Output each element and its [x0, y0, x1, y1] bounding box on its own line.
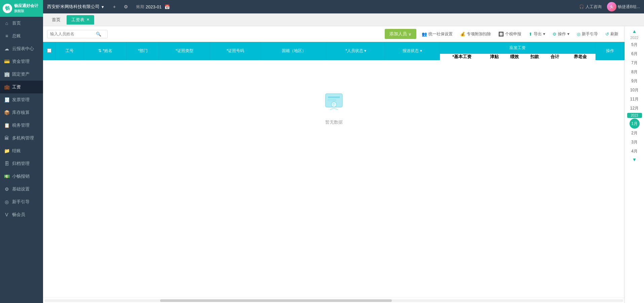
- sidebar-item-settings[interactable]: ⚙ 基础设置: [0, 183, 43, 196]
- sidebar-item-vip[interactable]: V 畅会员: [0, 208, 43, 221]
- refresh-button[interactable]: ↺ 刷新: [603, 30, 620, 38]
- company-name: 西安虾米网络科技有限公司: [47, 4, 100, 10]
- month-5[interactable]: 5月: [625, 40, 644, 49]
- prev-year-label: 2022: [630, 35, 638, 40]
- support-button[interactable]: 🎧 人工咨询: [579, 4, 602, 10]
- operations-button[interactable]: ⚙ 操作 ▾: [551, 30, 571, 38]
- month-1-active[interactable]: 1月: [630, 119, 640, 129]
- support-label: 人工咨询: [585, 4, 602, 10]
- scroll-bar[interactable]: [43, 298, 624, 303]
- special-deduction-button[interactable]: 💰 专项附加扣除: [458, 30, 493, 38]
- period-label: 账期: [136, 4, 144, 10]
- search-icon: 🔍: [96, 32, 101, 37]
- search-input[interactable]: [50, 32, 94, 36]
- th-total: 合计: [545, 54, 565, 60]
- app-edition: 旗舰版: [14, 9, 38, 13]
- sidebar-item-label: 云报表中心: [12, 46, 34, 52]
- month-7[interactable]: 7月: [625, 58, 644, 68]
- operations-icon: ⚙: [553, 32, 557, 37]
- sidebar-item-label: 总账: [12, 33, 21, 39]
- report-filter-icon[interactable]: ▾: [420, 48, 422, 53]
- sidebar-item-archive[interactable]: 🗄 归档管理: [0, 157, 43, 170]
- search-box[interactable]: 🔍: [47, 30, 108, 38]
- user-name: 畅捷通B组...: [618, 4, 640, 10]
- salary-icon: 💼: [4, 84, 9, 90]
- month-12[interactable]: 12月: [625, 104, 644, 113]
- company-settings-button[interactable]: ⚙: [122, 3, 129, 10]
- sidebar-item-funds[interactable]: 💳 资金管理: [0, 55, 43, 68]
- th-checkbox[interactable]: [43, 42, 55, 60]
- tab-salary-close[interactable]: ✕: [86, 17, 89, 22]
- tax-icon: 📋: [4, 123, 9, 128]
- scroll-thumb[interactable]: [160, 299, 391, 302]
- sidebar-item-multi-org[interactable]: 🏛 多机构管理: [0, 132, 43, 144]
- th-name: ⇅ *姓名: [84, 42, 127, 60]
- logo-icon: 畅: [3, 4, 12, 13]
- month-10[interactable]: 10月: [625, 86, 644, 95]
- tab-salary[interactable]: 工资表 ✕: [67, 15, 94, 25]
- tab-salary-label: 工资表: [71, 17, 84, 23]
- reports-icon: ☁: [4, 46, 9, 51]
- sidebar-item-tax[interactable]: 📋 税务管理: [0, 119, 43, 132]
- operations-label: 操作: [558, 31, 566, 37]
- user-menu[interactable]: 头 畅捷通B组...: [607, 2, 640, 11]
- month-8[interactable]: 8月: [625, 68, 644, 77]
- sidebar-item-label: 新手引导: [12, 199, 30, 205]
- sidebar-item-expense[interactable]: 💵 小畅报销: [0, 170, 43, 183]
- support-icon: 🎧: [579, 4, 584, 9]
- svg-rect-1: [328, 96, 340, 98]
- tax-return-button[interactable]: 🔲 个税申报: [496, 30, 523, 38]
- month-3[interactable]: 3月: [625, 138, 644, 147]
- th-id-type: *证照类型: [159, 42, 210, 60]
- period-calendar-icon[interactable]: 📅: [164, 4, 170, 9]
- status-filter-icon[interactable]: ▾: [364, 48, 366, 53]
- period-value: 2023-01: [146, 4, 162, 9]
- sidebar-item-invoice[interactable]: 🧾 发票管理: [0, 93, 43, 106]
- month-9[interactable]: 9月: [625, 77, 644, 86]
- empty-text: 暂无数据: [325, 119, 343, 125]
- sidebar-item-label: 归档管理: [12, 161, 30, 167]
- th-salary-group: 应发工资: [440, 42, 596, 54]
- empty-state: ? 暂无数据: [43, 60, 624, 152]
- company-selector[interactable]: 西安虾米网络科技有限公司 ▾: [47, 4, 104, 10]
- th-base-salary: *基本工资: [440, 54, 484, 60]
- sidebar-item-reports[interactable]: ☁ 云报表中心: [0, 42, 43, 55]
- sidebar-item-home[interactable]: ⌂ 首页: [0, 17, 43, 30]
- th-region: 国籍（地区）: [261, 42, 327, 60]
- month-nav-down[interactable]: ▼: [631, 156, 638, 163]
- th-num: 工号: [55, 42, 84, 60]
- guide-icon: ◎: [4, 199, 9, 205]
- month-2[interactable]: 2月: [625, 129, 644, 138]
- sidebar-item-guide[interactable]: ◎ 新手引导: [0, 196, 43, 208]
- add-person-button[interactable]: 添加人员 ∨: [385, 29, 416, 39]
- export-icon: ⬆: [529, 32, 532, 37]
- current-year-badge: 2023: [627, 113, 642, 118]
- topbar-right: 🎧 人工咨询 头 畅捷通B组...: [579, 2, 640, 11]
- sidebar-item-label: 结账: [12, 148, 21, 154]
- tax-return-icon: 🔲: [498, 32, 504, 37]
- month-6[interactable]: 6月: [625, 49, 644, 58]
- guide-button[interactable]: ◎ 新手引导: [575, 30, 600, 38]
- tab-home[interactable]: 首页: [47, 15, 65, 25]
- month-nav-up[interactable]: ▲: [631, 28, 638, 35]
- add-company-button[interactable]: +: [111, 3, 118, 10]
- settings-icon: ⚙: [4, 186, 9, 192]
- sidebar-item-salary[interactable]: 💼 工资: [0, 81, 43, 93]
- archive-icon: 🗄: [4, 161, 9, 166]
- export-button[interactable]: ⬆ 导出 ▾: [527, 30, 547, 38]
- expense-icon: 💵: [4, 174, 9, 179]
- export-arrow: ▾: [543, 32, 545, 36]
- social-insurance-button[interactable]: 👥 统一社保设置: [420, 30, 455, 38]
- sidebar-item-close[interactable]: 📁 结账: [0, 144, 43, 157]
- refresh-icon: ↺: [605, 32, 609, 37]
- month-11[interactable]: 11月: [625, 95, 644, 104]
- topbar: 西安虾米网络科技有限公司 ▾ + ⚙ 账期 2023-01 📅 🎧 人工咨询 头…: [43, 0, 644, 13]
- month-4[interactable]: 4月: [625, 147, 644, 156]
- sidebar-item-ledger[interactable]: ≡ 总账: [0, 30, 43, 42]
- funds-icon: 💳: [4, 59, 9, 64]
- sidebar-item-assets[interactable]: 🏢 固定资产: [0, 68, 43, 81]
- sidebar-item-inventory[interactable]: 📦 库存核算: [0, 106, 43, 119]
- select-all-checkbox[interactable]: [47, 48, 51, 53]
- th-status: *人员状态 ▾: [327, 42, 385, 60]
- multi-org-icon: 🏛: [4, 135, 9, 141]
